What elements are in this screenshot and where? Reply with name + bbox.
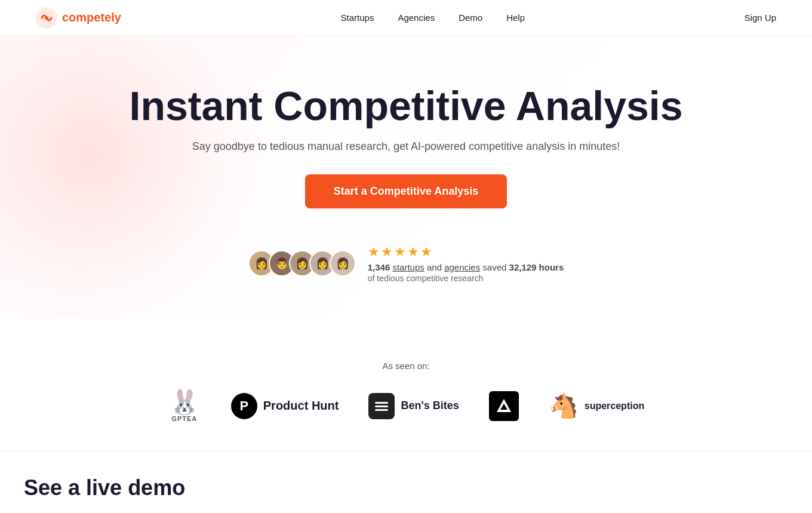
nav-demo[interactable]: Demo [459, 13, 482, 23]
nav-help[interactable]: Help [506, 13, 525, 23]
gptea-icon: 🐰 GPTEA [168, 385, 201, 427]
logo-icon [36, 7, 57, 29]
logos-row: 🐰 GPTEA P Product Hunt Ben's Bites [0, 385, 812, 427]
bens-label: Ben's Bites [401, 400, 459, 412]
as-seen-section: As seen on: 🐰 GPTEA P Product Hunt [0, 361, 812, 451]
superception-logo: 🐴 superception [549, 392, 644, 420]
aivalley-logo [489, 391, 519, 421]
navbar: competely Startups Agencies Demo Help Si… [0, 0, 812, 36]
hero-subtitle: Say goodbye to tedious manual research, … [24, 140, 788, 153]
ph-icon: P [231, 393, 257, 419]
demo-title: See a live demo [24, 475, 788, 500]
startups-link[interactable]: startups [392, 262, 424, 272]
bens-icon [368, 393, 395, 419]
nav-startups[interactable]: Startups [341, 13, 374, 23]
producthunt-logo: P Product Hunt [231, 393, 339, 419]
aiv-icon [489, 391, 519, 421]
svg-point-1 [45, 16, 48, 20]
cta-button[interactable]: Start a Competitive Analysis [305, 174, 507, 208]
svg-rect-4 [375, 409, 388, 411]
proof-line2: of tedious competitive research [368, 274, 564, 283]
nav-links: Startups Agencies Demo Help [341, 13, 525, 23]
stars: ★★★★★ [368, 244, 564, 260]
demo-section: See a live demo Notion vs Asana Figma vs… [0, 451, 812, 513]
svg-rect-2 [375, 402, 388, 404]
logo-text: competely [62, 11, 121, 24]
social-proof: 👩 👨 👩 👩 👩 ★★★★★ 1,346 startups and agenc… [24, 244, 788, 283]
hero-section: Instant Competitive Analysis Say goodbye… [0, 36, 812, 319]
count: 1,346 [368, 262, 393, 272]
superception-label: superception [585, 401, 644, 411]
avatar: 👩 [330, 250, 356, 277]
signup-link[interactable]: Sign Up [745, 13, 776, 23]
ph-label: Product Hunt [263, 399, 339, 413]
as-seen-label: As seen on: [0, 361, 812, 371]
avatar-group: 👩 👨 👩 👩 👩 [248, 250, 356, 277]
logo[interactable]: competely [36, 7, 121, 29]
gptea-logo: 🐰 GPTEA [168, 385, 201, 427]
agencies-link[interactable]: agencies [444, 262, 480, 272]
nav-agencies[interactable]: Agencies [398, 13, 435, 23]
hero-title: Instant Competitive Analysis [24, 84, 788, 128]
bensbites-logo: Ben's Bites [368, 393, 459, 419]
proof-text: ★★★★★ 1,346 startups and agencies saved … [368, 244, 564, 283]
proof-line1: 1,346 startups and agencies saved 32,129… [368, 262, 564, 272]
svg-rect-3 [375, 406, 388, 407]
superception-icon: 🐴 [549, 392, 579, 420]
